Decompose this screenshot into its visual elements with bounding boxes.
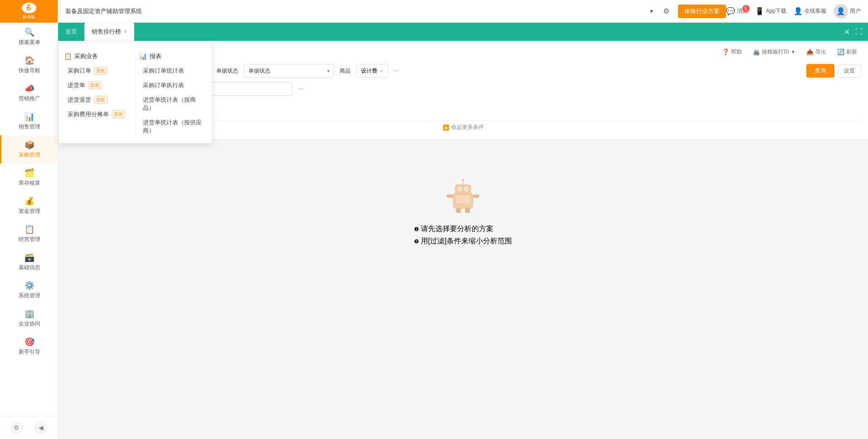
inbound-goods-label: 进货单统计表（按商品）	[143, 96, 203, 112]
salesperson-more-options[interactable]: ···	[297, 85, 303, 93]
sidebar-item-operation[interactable]: 📋 经营管理	[0, 220, 58, 248]
sidebar-item-finance[interactable]: 💰 资金管理	[0, 192, 58, 220]
purchase-order-history-badge[interactable]: 历史	[94, 67, 107, 75]
cost-history-badge[interactable]: 历史	[112, 110, 125, 118]
online-service-label: 在线客服	[805, 7, 826, 15]
sidebar-item-label: 资金管理	[19, 207, 40, 215]
purchase-order-label: 采购订单	[68, 67, 91, 75]
empty-illustration	[443, 176, 483, 219]
tabbar-right: ✕ ⛶	[844, 28, 868, 36]
system-icon: ⚙️	[24, 281, 34, 291]
return-history-badge[interactable]: 历史	[94, 96, 107, 104]
sidebar-item-base[interactable]: 🗃️ 基础信息	[0, 248, 58, 276]
purchase-icon: 📦	[24, 140, 34, 150]
settings-button[interactable]: 设置	[838, 64, 861, 78]
sidebar-item-inventory[interactable]: 🗂️ 库存核算	[0, 163, 58, 192]
dropdown-item-purchase-order[interactable]: 采购订单 历史	[64, 64, 132, 78]
user-menu[interactable]: 👤 用户	[834, 4, 861, 19]
tab-home[interactable]: 首页	[58, 23, 84, 41]
inbound-label: 进货单	[68, 81, 85, 89]
dropdown-item-cost[interactable]: 采购费用分摊单 历史	[64, 108, 132, 121]
tabbar-expand-button[interactable]: ⛶	[855, 28, 863, 36]
topbar-settings-icon[interactable]: ⚙	[660, 5, 673, 18]
sidebar-item-search[interactable]: 🔍 搜索菜单	[0, 23, 58, 51]
settings-bottom-button[interactable]: ⚙	[10, 421, 24, 434]
plan-button[interactable]: 体验行业方案	[678, 5, 726, 18]
empty-tips: 请先选择要分析的方案 用[过滤]条件来缩小分析范围	[414, 224, 512, 246]
sidebar-item-purchase[interactable]: 📦 采购管理	[0, 135, 58, 163]
export-button[interactable]: 📤 导出	[803, 46, 830, 58]
print-dropdown-icon[interactable]: ▼	[791, 49, 795, 54]
dropdown-item-return[interactable]: 进货退货 历史	[64, 93, 132, 107]
app-logo: 6 标准版	[0, 0, 58, 23]
help-button[interactable]: ❓ 帮助	[718, 46, 746, 58]
sidebar-item-enterprise[interactable]: 🏢 企业协同	[0, 304, 58, 332]
online-service-button[interactable]: 👤 在线客服	[794, 7, 826, 15]
sidebar-item-sales[interactable]: 📊 销售管理	[0, 107, 58, 135]
sidebar-item-guide[interactable]: 🎯 新手引导	[0, 332, 58, 360]
dropdown-cols: 📋 采购业务 采购订单 历史 进货单 历史 进货退货 历史	[59, 47, 212, 138]
collapse-sidebar-button[interactable]: ◀	[34, 421, 48, 434]
inventory-icon: 🗂️	[24, 168, 34, 178]
goods-tag-close[interactable]: ×	[380, 68, 383, 74]
query-button[interactable]: 查询	[806, 64, 834, 78]
order-stats-label: 采购订单统计表	[143, 67, 184, 75]
sidebar: 6 标准版 🔍 搜索菜单 🏠 快捷导航 📣 营销推广 📊 销售管理 📦 采购管理…	[0, 0, 58, 439]
logo-text: 标准版	[23, 14, 35, 20]
dropdown-item-inbound[interactable]: 进货单 历史	[64, 79, 132, 92]
sidebar-item-marketing[interactable]: 📣 营销推广	[0, 79, 58, 107]
dropdown-col-purchase: 📋 采购业务 采购订单 历史 进货单 历史 进货退货 历史	[64, 50, 132, 138]
tab-sales-rank[interactable]: 销售排行榜 ×	[84, 23, 134, 41]
goods-tag-value: 设计费	[361, 67, 377, 75]
help-icon: ❓	[722, 49, 729, 55]
mobile-icon: 📱	[755, 7, 764, 15]
sidebar-item-label: 营销推广	[19, 95, 40, 103]
dropdown-item-inbound-goods[interactable]: 进货单统计表（按商品）	[139, 93, 207, 115]
voucher-status-select-wrap: 单据状态 ▼	[244, 64, 334, 78]
refresh-button[interactable]: 🔄 刷新	[834, 46, 861, 58]
empty-tip-1: 请先选择要分析的方案	[414, 224, 512, 234]
empty-tip-2: 用[过滤]条件来缩小分析范围	[414, 237, 512, 246]
sidebar-item-system[interactable]: ⚙️ 系统管理	[0, 276, 58, 304]
goods-more-options[interactable]: ···	[394, 67, 400, 75]
sidebar-item-label: 基础信息	[19, 264, 40, 271]
finance-icon: 💰	[24, 196, 34, 206]
voucher-status-label: 单据状态	[216, 67, 238, 75]
sidebar-item-label: 快捷导航	[19, 67, 40, 74]
avatar: 👤	[834, 4, 848, 19]
dropdown-item-order-stats[interactable]: 采购订单统计表	[139, 64, 207, 78]
tab-close-icon[interactable]: ×	[124, 29, 127, 35]
dropdown-item-order-exec[interactable]: 采购订单执行表	[139, 79, 207, 92]
sidebar-item-label: 库存核算	[19, 179, 40, 187]
voucher-status-select[interactable]: 单据状态	[244, 64, 334, 78]
empty-state: 请先选择要分析的方案 用[过滤]条件来缩小分析范围	[58, 140, 868, 282]
tabbar-close-button[interactable]: ✕	[844, 28, 850, 36]
home-icon: 🏠	[24, 55, 34, 65]
system-dropdown-icon[interactable]: ▼	[647, 7, 656, 16]
logo-icon: 6	[22, 3, 36, 13]
messages-button[interactable]: 💬 消息 5	[726, 7, 748, 15]
salesperson-input[interactable]	[210, 82, 292, 96]
enterprise-icon: 🏢	[24, 309, 34, 319]
dropdown-item-inbound-supplier[interactable]: 进货单统计表（按供应商）	[139, 116, 207, 138]
refresh-icon: 🔄	[837, 49, 844, 55]
topbar-right: 💬 消息 5 📱 App下载 👤 在线客服 👤 用户	[726, 4, 861, 19]
sidebar-item-label: 销售管理	[19, 123, 40, 131]
sidebar-item-label: 企业协同	[19, 320, 40, 328]
main-area: 装备及固定资产辅助管理系统 ▼ ⚙ 体验行业方案 💬 消息 5 📱 App下载 …	[58, 0, 868, 439]
inbound-history-badge[interactable]: 历史	[88, 81, 102, 89]
sidebar-item-quicknav[interactable]: 🏠 快捷导航	[0, 51, 58, 79]
sidebar-item-label: 系统管理	[19, 292, 40, 300]
print-button[interactable]: 🖨️ 按模板打印 ▼	[749, 46, 799, 58]
purchase-col-icon: 📋	[64, 53, 72, 60]
nav-tabs-area: 首页 销售排行榜 × ✕ ⛶ 📋 采购业务	[58, 23, 868, 41]
sidebar-item-label: 新手引导	[19, 348, 40, 356]
action-bar: 查询 设置	[806, 64, 861, 78]
message-icon: 💬	[726, 7, 735, 15]
print-icon: 🖨️	[753, 49, 760, 55]
collapse-button[interactable]: 🔼 收起更多条件	[443, 123, 484, 131]
sidebar-item-label: 采购管理	[19, 151, 40, 159]
collapse-label: 收起更多条件	[451, 123, 484, 131]
app-download-button[interactable]: 📱 App下载	[755, 7, 786, 15]
base-icon: 🗃️	[24, 252, 34, 262]
